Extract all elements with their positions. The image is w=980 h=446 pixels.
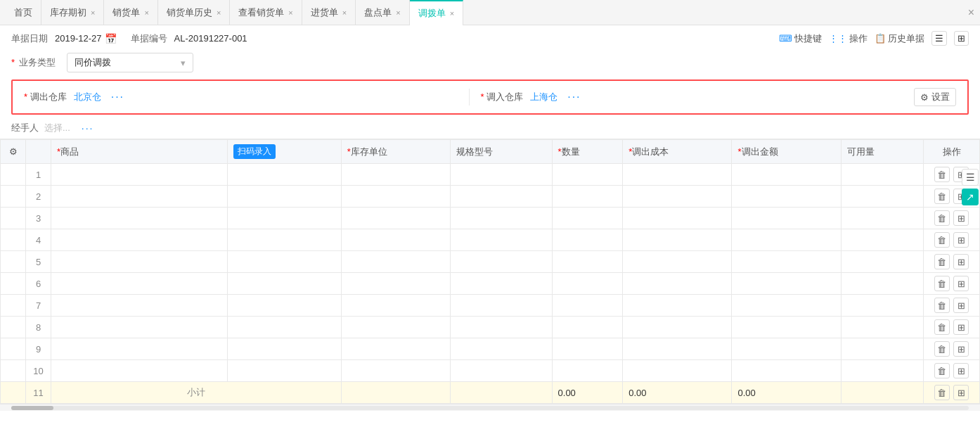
row-product[interactable] xyxy=(51,295,228,317)
delete-row-btn[interactable]: 🗑 xyxy=(934,167,950,182)
row-spec[interactable] xyxy=(450,186,552,208)
tab-inventory[interactable]: 盘点单 × xyxy=(356,0,409,25)
row-cost[interactable] xyxy=(623,251,732,273)
row-qty[interactable] xyxy=(552,360,623,382)
row-spec[interactable] xyxy=(450,273,552,295)
close-tab-transfer[interactable]: × xyxy=(450,9,454,18)
biz-type-select[interactable]: 同价调拨 ▾ xyxy=(67,53,193,72)
row-cost[interactable] xyxy=(623,317,732,338)
delete-row-btn[interactable]: 🗑 xyxy=(934,319,950,335)
row-product[interactable] xyxy=(51,208,228,229)
row-cost[interactable] xyxy=(623,208,732,229)
row-product[interactable] xyxy=(51,360,228,382)
row-qty[interactable] xyxy=(552,273,623,295)
close-tab-view-sales[interactable]: × xyxy=(288,8,292,17)
row-cost[interactable] xyxy=(623,229,732,251)
tab-stock-init[interactable]: 库存期初 × xyxy=(41,0,104,25)
row-amount[interactable] xyxy=(732,317,841,338)
row-spec[interactable] xyxy=(450,317,552,338)
operation-btn[interactable]: ⋮⋮ 操作 xyxy=(829,32,868,45)
row-unit[interactable] xyxy=(341,317,450,338)
row-product[interactable] xyxy=(51,338,228,360)
row-cost[interactable] xyxy=(623,273,732,295)
copy-row-btn[interactable]: ⊞ xyxy=(953,232,969,248)
row-unit[interactable] xyxy=(341,186,450,208)
row-cost[interactable] xyxy=(623,164,732,186)
handler-dots[interactable]: ··· xyxy=(82,122,94,134)
warehouse-in-dots[interactable]: ··· xyxy=(567,91,581,103)
tab-view-sales[interactable]: 查看销货单 × xyxy=(230,0,302,25)
row-qty[interactable] xyxy=(552,338,623,360)
scan-entry-btn[interactable]: 扫码录入 xyxy=(233,144,276,159)
row-product[interactable] xyxy=(51,164,228,186)
row-product[interactable] xyxy=(51,317,228,338)
row-amount[interactable] xyxy=(732,338,841,360)
row-qty[interactable] xyxy=(552,295,623,317)
delete-row-btn[interactable]: 🗑 xyxy=(934,189,950,204)
tab-sales-history[interactable]: 销货单历史 × xyxy=(158,0,230,25)
warehouse-settings-btn[interactable]: ⚙ 设置 xyxy=(914,88,956,106)
tab-sales[interactable]: 销货单 × xyxy=(104,0,157,25)
row-product[interactable] xyxy=(51,229,228,251)
delete-row-btn[interactable]: 🗑 xyxy=(934,385,950,400)
scroll-thumb[interactable] xyxy=(11,406,53,410)
row-cost[interactable] xyxy=(623,295,732,317)
copy-row-btn[interactable]: ⊞ xyxy=(953,276,969,291)
row-amount[interactable] xyxy=(732,186,841,208)
tab-transfer[interactable]: 调拨单 × xyxy=(410,0,463,25)
row-amount[interactable] xyxy=(732,251,841,273)
list-view-btn[interactable]: ☰ xyxy=(931,31,947,46)
warehouse-out-dots[interactable]: ··· xyxy=(111,91,124,103)
row-unit[interactable] xyxy=(341,295,450,317)
row-spec[interactable] xyxy=(450,295,552,317)
row-amount[interactable] xyxy=(732,360,841,382)
row-cost[interactable] xyxy=(623,360,732,382)
tab-bar-close-icon[interactable]: × xyxy=(968,6,974,19)
row-unit[interactable] xyxy=(341,164,450,186)
copy-row-btn[interactable]: ⊞ xyxy=(953,363,969,378)
row-spec[interactable] xyxy=(450,208,552,229)
row-amount[interactable] xyxy=(732,164,841,186)
delete-row-btn[interactable]: 🗑 xyxy=(934,363,950,378)
copy-row-btn[interactable]: ⊞ xyxy=(953,319,969,335)
delete-row-btn[interactable]: 🗑 xyxy=(934,298,950,313)
row-cost[interactable] xyxy=(623,338,732,360)
close-tab-inventory[interactable]: × xyxy=(396,8,400,17)
side-expand-icon[interactable]: ↗ xyxy=(962,189,979,205)
row-spec[interactable] xyxy=(450,229,552,251)
close-tab-purchase[interactable]: × xyxy=(342,8,347,17)
delete-row-btn[interactable]: 🗑 xyxy=(934,276,950,291)
row-cost[interactable] xyxy=(623,186,732,208)
close-tab-sales-history[interactable]: × xyxy=(217,8,221,17)
row-unit[interactable] xyxy=(341,208,450,229)
close-tab-sales[interactable]: × xyxy=(144,8,148,17)
row-product[interactable] xyxy=(51,251,228,273)
row-spec[interactable] xyxy=(450,251,552,273)
col-scan[interactable]: 扫码录入 xyxy=(228,140,341,164)
shortcut-btn[interactable]: ⌨ 快捷键 xyxy=(779,32,822,45)
copy-row-btn[interactable]: ⊞ xyxy=(953,341,969,357)
copy-row-btn[interactable]: ⊞ xyxy=(953,385,969,400)
row-amount[interactable] xyxy=(732,295,841,317)
delete-row-btn[interactable]: 🗑 xyxy=(934,232,950,248)
row-qty[interactable] xyxy=(552,164,623,186)
close-tab-stock-init[interactable]: × xyxy=(91,8,95,17)
delete-row-btn[interactable]: 🗑 xyxy=(934,210,950,226)
grid-view-btn[interactable]: ⊞ xyxy=(954,31,969,46)
row-unit[interactable] xyxy=(341,273,450,295)
row-qty[interactable] xyxy=(552,208,623,229)
row-qty[interactable] xyxy=(552,229,623,251)
row-spec[interactable] xyxy=(450,338,552,360)
row-qty[interactable] xyxy=(552,251,623,273)
col-gear[interactable]: ⚙ xyxy=(1,140,26,164)
row-amount[interactable] xyxy=(732,208,841,229)
row-unit[interactable] xyxy=(341,251,450,273)
row-unit[interactable] xyxy=(341,229,450,251)
row-unit[interactable] xyxy=(341,338,450,360)
row-product[interactable] xyxy=(51,273,228,295)
copy-row-btn[interactable]: ⊞ xyxy=(953,210,969,226)
copy-row-btn[interactable]: ⊞ xyxy=(953,254,969,269)
history-btn[interactable]: 📋 历史单据 xyxy=(875,32,924,45)
row-qty[interactable] xyxy=(552,317,623,338)
row-amount[interactable] xyxy=(732,273,841,295)
